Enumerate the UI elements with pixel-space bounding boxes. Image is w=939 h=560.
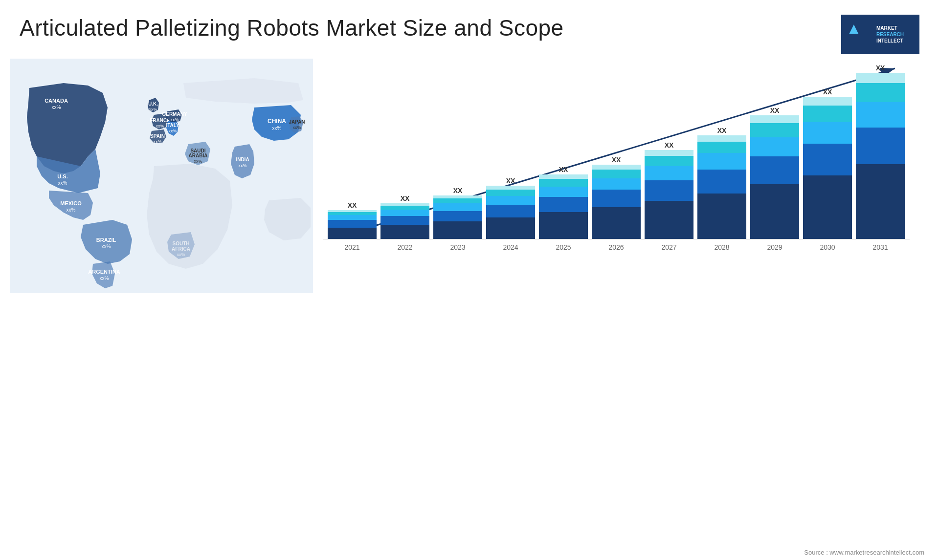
bar-segment — [697, 142, 746, 153]
bar-segment — [539, 179, 588, 187]
bar-x-label: 2025 — [539, 243, 588, 251]
bar-x-label: 2022 — [380, 243, 429, 251]
bar-segment — [592, 190, 641, 207]
bar-segment — [645, 156, 693, 166]
bar-segment — [592, 165, 641, 170]
bar-segment — [380, 225, 429, 239]
bar-segment — [380, 210, 429, 216]
bar-group: XX — [750, 107, 799, 239]
bar-stack — [856, 73, 905, 239]
logo-m-icon: ▲ — [846, 20, 862, 38]
svg-text:xx%: xx% — [156, 124, 164, 129]
bar-segment — [433, 211, 482, 221]
bar-xx-label: XX — [559, 166, 568, 173]
bar-segment — [486, 196, 535, 205]
svg-text:xx%: xx% — [238, 163, 246, 168]
bar-x-label: 2024 — [486, 243, 535, 251]
svg-text:xx%: xx% — [100, 276, 109, 281]
logo-area: ▲ MARKET RESEARCH INTELLECT — [841, 15, 919, 54]
logo-line3: INTELLECT — [876, 38, 904, 44]
svg-text:xx%: xx% — [149, 107, 157, 112]
bar-segment — [380, 216, 429, 225]
bar-segment — [539, 187, 588, 197]
logo-text: MARKET RESEARCH INTELLECT — [876, 25, 904, 44]
svg-text:INDIA: INDIA — [236, 157, 249, 162]
bar-chart-bars: XXXXXXXXXXXXXXXXXXXXXX — [323, 64, 910, 239]
bar-xx-label: XX — [717, 127, 727, 134]
svg-text:JAPAN: JAPAN — [289, 119, 305, 125]
bar-segment — [328, 215, 377, 220]
bar-segment — [328, 220, 377, 228]
logo-line2: RESEARCH — [876, 31, 904, 38]
bar-group: XX — [592, 156, 641, 239]
svg-text:xx%: xx% — [292, 125, 301, 130]
bar-segment — [486, 186, 535, 190]
bar-segment — [750, 123, 799, 137]
svg-text:xx%: xx% — [153, 139, 161, 144]
svg-text:xx%: xx% — [272, 126, 282, 131]
bar-stack — [697, 135, 746, 239]
bar-segment — [697, 194, 746, 239]
bar-group: XX — [856, 64, 905, 239]
bar-segment — [750, 156, 799, 184]
bar-xx-label: XX — [506, 177, 515, 185]
bar-segment — [697, 135, 746, 142]
bar-segment — [645, 166, 693, 180]
bar-stack — [539, 174, 588, 239]
bar-segment — [697, 170, 746, 194]
bar-chart-x-labels: 2021202220232024202520262027202820292030… — [323, 239, 910, 251]
bar-segment — [697, 153, 746, 170]
svg-text:ARGENTINA: ARGENTINA — [88, 269, 120, 275]
bar-segment — [433, 198, 482, 203]
bar-segment — [750, 115, 799, 123]
svg-text:xx%: xx% — [170, 117, 179, 122]
svg-text:U.S.: U.S. — [57, 173, 67, 179]
bar-segment — [645, 201, 693, 239]
bar-stack — [592, 165, 641, 239]
bar-segment — [328, 228, 377, 239]
svg-text:GERMANY: GERMANY — [162, 111, 187, 117]
bar-stack — [750, 115, 799, 239]
bar-xx-label: XX — [770, 107, 780, 114]
bar-segment — [380, 206, 429, 210]
bar-segment — [803, 97, 852, 106]
svg-text:MEXICO: MEXICO — [60, 200, 82, 206]
bar-stack — [328, 210, 377, 239]
bar-group: XX — [539, 166, 588, 239]
svg-text:CANADA: CANADA — [45, 98, 68, 104]
bar-segment — [803, 144, 852, 175]
bar-group: XX — [433, 187, 482, 239]
bar-stack — [380, 203, 429, 239]
svg-text:xx%: xx% — [58, 180, 67, 186]
bar-x-label: 2026 — [592, 243, 641, 251]
bar-chart-section: XXXXXXXXXXXXXXXXXXXXXX 20212022202320242… — [313, 59, 929, 293]
bar-x-label: 2031 — [856, 243, 905, 251]
bar-segment — [803, 122, 852, 144]
bar-segment — [750, 184, 799, 239]
bar-segment — [856, 128, 905, 164]
source-text: Source : www.marketresearchintellect.com — [804, 549, 924, 556]
bar-segment — [803, 175, 852, 239]
bar-stack — [803, 97, 852, 239]
svg-text:xx%: xx% — [67, 207, 76, 213]
bar-segment — [592, 170, 641, 178]
bar-segment — [856, 164, 905, 239]
bar-stack — [645, 150, 693, 239]
bar-x-label: 2027 — [645, 243, 693, 251]
bar-stack — [433, 195, 482, 239]
bar-group: XX — [645, 141, 693, 239]
bar-xx-label: XX — [612, 156, 621, 164]
svg-text:xx%: xx% — [102, 244, 111, 249]
bar-xx-label: XX — [401, 194, 410, 202]
bar-segment — [750, 137, 799, 156]
svg-text:SPAIN: SPAIN — [150, 133, 165, 139]
svg-text:xx%: xx% — [194, 159, 202, 164]
bar-segment — [539, 174, 588, 179]
svg-text:xx%: xx% — [52, 105, 61, 110]
bar-x-label: 2030 — [803, 243, 852, 251]
bar-segment — [645, 150, 693, 156]
bar-xx-label: XX — [876, 64, 885, 72]
bar-segment — [592, 178, 641, 190]
bar-group: XX — [803, 88, 852, 239]
bar-xx-label: XX — [453, 187, 463, 194]
